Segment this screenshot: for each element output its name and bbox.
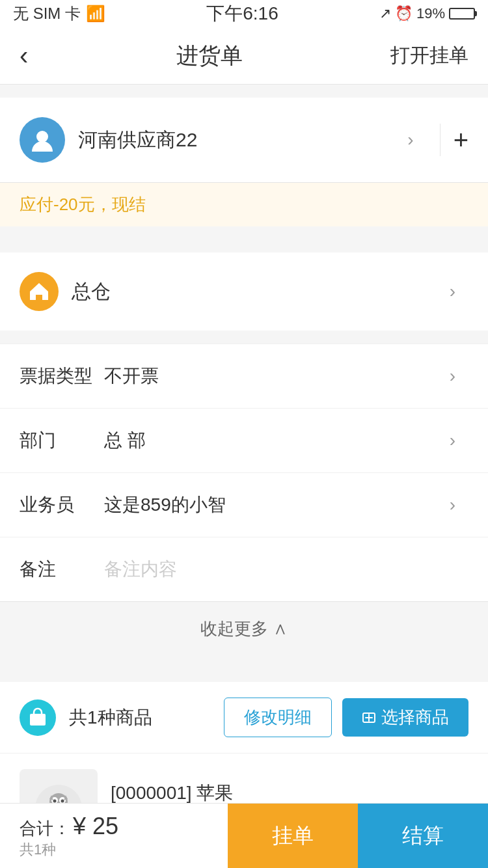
remark-placeholder[interactable]: 备注内容 — [104, 557, 468, 582]
battery-icon — [449, 8, 475, 20]
warehouse-name: 总仓 — [72, 278, 450, 305]
select-product-button[interactable]: 选择商品 — [342, 698, 468, 737]
dept-row[interactable]: 部门 总 部 › — [0, 408, 488, 472]
product-count-text: 共1种商品 — [69, 705, 224, 730]
battery-percent: 19% — [416, 5, 445, 22]
svg-rect-2 — [30, 714, 46, 726]
status-left: 无 SIM 卡 📶 — [13, 3, 105, 24]
sales-value: 这是859的小智 — [104, 493, 450, 517]
status-right: ↗ ⏰ 19% — [379, 5, 475, 22]
bottom-bar: 合计： ¥ 25 共1种 挂单 结算 — [0, 803, 488, 868]
sales-row[interactable]: 业务员 这是859的小智 › — [0, 472, 488, 537]
product-header: 共1种商品 修改明细 选择商品 — [0, 682, 488, 753]
open-hang-button[interactable]: 打开挂单 — [390, 42, 468, 69]
alarm-icon: ⏰ — [395, 5, 413, 22]
carrier-text: 无 SIM 卡 — [13, 3, 81, 24]
dept-value: 总 部 — [104, 428, 450, 453]
svg-point-0 — [36, 131, 48, 142]
product-name: [0000001] 苹果 — [111, 781, 447, 806]
supplier-chevron-icon: › — [407, 129, 413, 150]
total-sub-label: 共1种 — [20, 840, 208, 860]
location-icon: ↗ — [379, 5, 391, 22]
add-supplier-button[interactable]: + — [454, 126, 468, 155]
svg-point-10 — [61, 800, 64, 803]
total-label: 合计： — [20, 817, 70, 840]
wifi-icon: 📶 — [86, 5, 105, 23]
gap-4 — [0, 656, 488, 669]
sales-chevron-icon: › — [450, 495, 455, 515]
hang-button[interactable]: 挂单 — [228, 804, 358, 868]
supplier-name[interactable]: 河南供应商22 — [78, 127, 407, 154]
nav-bar: ‹ 进货单 打开挂单 — [0, 27, 488, 85]
svg-rect-1 — [36, 295, 42, 300]
supplier-avatar — [20, 117, 65, 163]
status-bar: 无 SIM 卡 📶 下午6:16 ↗ ⏰ 19% — [0, 0, 488, 27]
invoice-chevron-icon: › — [450, 366, 455, 387]
warehouse-icon — [20, 272, 59, 311]
invoice-row[interactable]: 票据类型 不开票 › — [0, 344, 488, 408]
select-product-label: 选择商品 — [381, 706, 449, 729]
dept-chevron-icon: › — [450, 430, 455, 451]
back-button[interactable]: ‹ — [20, 41, 28, 70]
supplier-section: 河南供应商22 › + — [0, 98, 488, 183]
warehouse-section[interactable]: 总仓 › — [0, 252, 488, 331]
supplier-divider — [440, 124, 441, 156]
dept-label: 部门 — [20, 428, 104, 453]
checkout-button[interactable]: 结算 — [358, 804, 488, 868]
warehouse-chevron-icon: › — [450, 281, 455, 302]
product-count-icon — [20, 699, 56, 736]
gap-3 — [0, 331, 488, 344]
product-title: 苹果 — [197, 783, 233, 803]
remark-label: 备注 — [20, 557, 104, 582]
edit-detail-button[interactable]: 修改明细 — [224, 698, 332, 737]
total-section: 合计： ¥ 25 共1种 — [0, 804, 228, 868]
sales-label: 业务员 — [20, 493, 104, 517]
collapse-bar[interactable]: 收起更多 ∧ — [0, 601, 488, 656]
remark-row[interactable]: 备注 备注内容 — [0, 537, 488, 601]
total-amount: ¥ 25 — [73, 813, 118, 840]
invoice-label: 票据类型 — [20, 364, 104, 388]
payment-notice: 应付-20元，现结 — [0, 183, 488, 226]
invoice-value: 不开票 — [104, 364, 450, 388]
svg-point-9 — [53, 800, 57, 803]
status-time: 下午6:16 — [206, 1, 278, 26]
product-code: [0000001] — [111, 783, 192, 803]
page-title: 进货单 — [176, 41, 243, 71]
gap-1 — [0, 85, 488, 98]
gap-2 — [0, 226, 488, 239]
